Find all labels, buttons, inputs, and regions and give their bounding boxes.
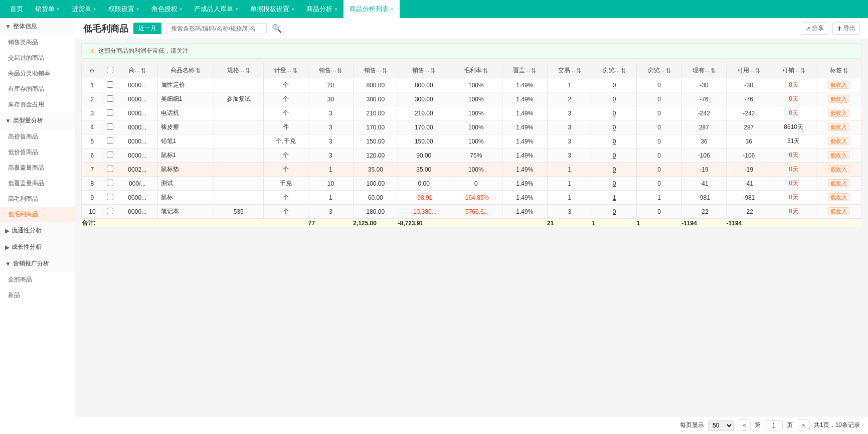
nav-sales[interactable]: 销货单 × bbox=[29, 0, 66, 18]
row-checkbox-input[interactable] bbox=[107, 152, 113, 158]
select-all-checkbox[interactable] bbox=[107, 67, 113, 73]
col-name[interactable]: 商品名称 ⇅ bbox=[157, 63, 214, 78]
row-name[interactable]: 鼠标 bbox=[157, 191, 214, 205]
row-checkbox[interactable] bbox=[103, 92, 117, 106]
close-icon[interactable]: × bbox=[235, 7, 238, 12]
row-checkbox-input[interactable] bbox=[107, 123, 113, 130]
col-sales-qty[interactable]: 销售... ⇅ bbox=[308, 63, 353, 78]
row-checkbox-input[interactable] bbox=[107, 180, 113, 186]
row-views1[interactable]: 0 bbox=[592, 92, 636, 106]
row-checkbox-input[interactable] bbox=[107, 208, 113, 214]
close-icon[interactable]: × bbox=[291, 7, 294, 12]
col-transactions[interactable]: 交易... ⇅ bbox=[547, 63, 592, 78]
row-checkbox[interactable] bbox=[103, 191, 117, 205]
next-page-button[interactable]: ＞ bbox=[797, 419, 810, 431]
row-checkbox[interactable] bbox=[103, 177, 117, 191]
row-checkbox[interactable] bbox=[103, 120, 117, 134]
row-name[interactable]: 铅笔1 bbox=[157, 134, 214, 149]
row-views1[interactable]: 0 bbox=[592, 106, 636, 120]
close-icon[interactable]: × bbox=[93, 7, 96, 12]
row-views1[interactable]: 0 bbox=[592, 134, 636, 149]
nav-products-in[interactable]: 产成品入库单 × bbox=[188, 0, 244, 18]
col-tag[interactable]: 标签 ⇅ bbox=[816, 63, 861, 78]
row-checkbox-input[interactable] bbox=[107, 95, 113, 102]
sidebar-item-new-goods[interactable]: 新品 bbox=[0, 287, 75, 303]
col-unit[interactable]: 计量... ⇅ bbox=[263, 63, 308, 78]
row-name[interactable]: 属性定价 bbox=[157, 78, 214, 92]
col-sales-price[interactable]: 销售... ⇅ bbox=[353, 63, 398, 78]
prev-page-button[interactable]: ＜ bbox=[738, 419, 751, 431]
row-checkbox[interactable] bbox=[103, 134, 117, 149]
row-checkbox-input[interactable] bbox=[107, 137, 113, 144]
search-button[interactable]: 🔍 bbox=[272, 24, 282, 33]
row-checkbox[interactable] bbox=[103, 78, 117, 92]
sidebar-item-category-rate[interactable]: 商品分类助销率 bbox=[0, 66, 75, 81]
col-available[interactable]: 可用... ⇅ bbox=[727, 63, 771, 78]
close-icon[interactable]: × bbox=[334, 7, 337, 12]
col-gross-margin[interactable]: 毛利率 ⇅ bbox=[450, 63, 502, 78]
search-input[interactable] bbox=[166, 23, 267, 34]
col-views1[interactable]: 浏览... ⇅ bbox=[592, 63, 636, 78]
row-name[interactable]: 电话机 bbox=[157, 106, 214, 120]
sidebar-item-inventory-capital[interactable]: 库存资金占用 bbox=[0, 97, 75, 112]
row-views1[interactable]: 0 bbox=[592, 120, 636, 134]
close-icon[interactable]: × bbox=[391, 7, 394, 12]
sidebar-section-growth[interactable]: ▶ 成长性分析 bbox=[0, 239, 75, 255]
export-button[interactable]: ⬆ 导出 bbox=[832, 22, 860, 35]
nav-purchase[interactable]: 进货单 × bbox=[66, 0, 102, 18]
row-checkbox-input[interactable] bbox=[107, 109, 113, 116]
sidebar-section-circulation[interactable]: ▶ 流通性分析 bbox=[0, 222, 75, 239]
row-checkbox[interactable] bbox=[103, 149, 117, 163]
row-name[interactable]: 橡皮擦 bbox=[157, 120, 214, 134]
row-checkbox-input[interactable] bbox=[107, 194, 113, 200]
sidebar-item-low-margin[interactable]: 低毛利商品 bbox=[0, 207, 75, 222]
page-number-input[interactable] bbox=[765, 420, 783, 430]
sidebar-item-high-coverage[interactable]: 高覆盖量商品 bbox=[0, 160, 75, 176]
sidebar-section-marketing[interactable]: ▼ 营销推广分析 bbox=[0, 255, 75, 272]
nav-home[interactable]: 首页 bbox=[4, 0, 29, 18]
row-name[interactable]: 笔记本 bbox=[157, 205, 214, 219]
close-icon[interactable]: × bbox=[57, 7, 60, 12]
row-name[interactable]: 吴细细1 bbox=[157, 92, 214, 106]
col-saleable[interactable]: 可销... ⇅ bbox=[771, 63, 816, 78]
sidebar-item-low-coverage[interactable]: 低覆盖量商品 bbox=[0, 176, 75, 191]
close-icon[interactable]: × bbox=[180, 7, 183, 12]
row-views1[interactable]: 0 bbox=[592, 78, 636, 92]
row-name[interactable]: 测试 bbox=[157, 177, 214, 191]
sidebar-item-sales-goods[interactable]: 销售类商品 bbox=[0, 35, 75, 50]
sidebar-section-overall[interactable]: ▼ 整体信息 bbox=[0, 18, 75, 35]
row-name[interactable]: 鼠标垫 bbox=[157, 163, 214, 177]
sidebar-item-high-value[interactable]: 高价值商品 bbox=[0, 129, 75, 144]
per-page-select[interactable]: 50 100 200 bbox=[708, 420, 734, 431]
nav-templates[interactable]: 单据模板设置 × bbox=[244, 0, 300, 18]
row-views1[interactable]: 0 bbox=[592, 163, 636, 177]
row-checkbox-input[interactable] bbox=[107, 81, 113, 88]
period-button[interactable]: 近一月 bbox=[133, 23, 161, 34]
sidebar-item-traded-goods[interactable]: 交易过的商品 bbox=[0, 50, 75, 66]
row-checkbox[interactable] bbox=[103, 205, 117, 219]
col-current-stock[interactable]: 现有... ⇅ bbox=[681, 63, 726, 78]
sidebar-item-low-value[interactable]: 低价值商品 bbox=[0, 144, 75, 160]
row-views1[interactable]: 1 bbox=[592, 191, 636, 205]
row-checkbox[interactable] bbox=[103, 163, 117, 177]
row-name[interactable]: 鼠标1 bbox=[157, 149, 214, 163]
share-button[interactable]: ↗ 分享 bbox=[801, 22, 828, 35]
row-views1[interactable]: 0 bbox=[592, 177, 636, 191]
col-views2[interactable]: 浏览... ⇅ bbox=[637, 63, 681, 78]
sidebar-item-high-margin[interactable]: 高毛利商品 bbox=[0, 191, 75, 207]
close-icon[interactable]: × bbox=[136, 7, 139, 12]
nav-roles[interactable]: 角色授权 × bbox=[145, 0, 189, 18]
nav-goods-analysis[interactable]: 商品分析 × bbox=[300, 0, 343, 18]
col-sales-profit[interactable]: 销售... ⇅ bbox=[398, 63, 450, 78]
row-checkbox[interactable] bbox=[103, 106, 117, 120]
nav-goods-analysis-list[interactable]: 商品分析列表 × bbox=[343, 0, 400, 18]
sidebar-item-all-goods[interactable]: 全部商品 bbox=[0, 272, 75, 287]
col-code[interactable]: 商... ⇅ bbox=[117, 63, 157, 78]
nav-permissions[interactable]: 权限设置 × bbox=[102, 0, 145, 18]
sidebar-item-stocked-goods[interactable]: 有库存的商品 bbox=[0, 81, 75, 97]
row-views1[interactable]: 0 bbox=[592, 205, 636, 219]
row-checkbox-input[interactable] bbox=[107, 166, 113, 172]
sidebar-section-type[interactable]: ▼ 类型量分析 bbox=[0, 112, 75, 129]
col-spec[interactable]: 规格... ⇅ bbox=[214, 63, 263, 78]
row-views1[interactable]: 0 bbox=[592, 149, 636, 163]
